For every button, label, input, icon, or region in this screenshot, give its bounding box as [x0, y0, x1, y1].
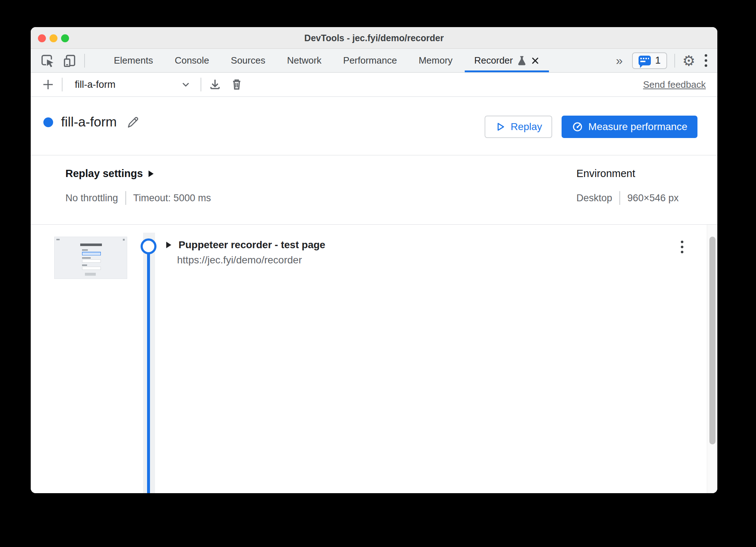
step-navigate-title: Puppeteer recorder - test page [179, 239, 325, 251]
step-navigate-url: https://jec.fyi/demo/recorder [177, 254, 302, 266]
tab-recorder-label: Recorder [474, 55, 513, 66]
timeout-value: Timeout: 5000 ms [133, 193, 211, 204]
disclosure-right-icon [166, 242, 171, 248]
step-navigate-header[interactable]: Puppeteer recorder - test page [166, 239, 325, 251]
throttling-value: No throttling [65, 193, 118, 204]
tab-network[interactable]: Network [276, 49, 332, 72]
toolbar-divider [674, 54, 675, 68]
replay-button-label: Replay [511, 121, 542, 133]
page-thumbnail[interactable] [54, 237, 127, 279]
divider [125, 191, 126, 205]
devtools-tab-strip: Elements Console Sources Network Perform… [31, 49, 717, 73]
step-navigate-menu-icon[interactable] [679, 238, 686, 255]
speedometer-icon [572, 121, 583, 133]
chevron-down-icon [180, 79, 191, 90]
delete-recording-icon[interactable] [229, 77, 245, 92]
tab-console[interactable]: Console [164, 49, 220, 72]
send-feedback-link[interactable]: Send feedback [643, 73, 706, 96]
recording-header: fill-a-form Replay [31, 97, 717, 155]
timeline-navigate-marker [141, 238, 156, 254]
environment-title: Environment [576, 168, 679, 180]
recording-select[interactable]: fill-a-form [68, 76, 195, 94]
replay-settings-section: Replay settings No throttling Timeout: 5… [31, 155, 717, 225]
steps-panel: Puppeteer recorder - test page https://j… [31, 225, 717, 493]
tab-sources[interactable]: Sources [220, 49, 276, 72]
recording-title: fill-a-form [61, 115, 117, 130]
replay-settings-title: Replay settings [65, 168, 143, 180]
tab-performance[interactable]: Performance [332, 49, 408, 72]
toolbar-divider [201, 78, 201, 91]
more-tabs-icon[interactable]: » [614, 53, 625, 68]
measure-performance-label: Measure performance [588, 121, 687, 133]
devtools-menu-icon[interactable] [703, 52, 709, 69]
device-toolbar-icon[interactable] [62, 53, 78, 69]
environment-device: Desktop [576, 193, 612, 204]
toolbar-divider [84, 54, 85, 68]
play-icon [495, 121, 506, 132]
close-recorder-tab-icon[interactable] [531, 56, 540, 65]
tab-recorder[interactable]: Recorder [463, 49, 550, 72]
toolbar-divider [62, 78, 63, 91]
message-bubble-icon [639, 56, 651, 65]
edit-title-pencil-icon[interactable] [125, 114, 141, 130]
recording-status-dot [43, 117, 53, 127]
panel-tabs: Elements Console Sources Network Perform… [103, 49, 550, 72]
timeline-line [147, 247, 150, 493]
replay-settings-toggle[interactable]: Replay settings [65, 168, 211, 180]
divider [619, 191, 620, 205]
measure-performance-button[interactable]: Measure performance [562, 116, 697, 138]
recorder-toolbar: fill-a-form [31, 73, 717, 97]
settings-gear-icon[interactable]: ⚙ [682, 53, 695, 68]
environment-viewport: 960×546 px [627, 193, 679, 204]
inspect-element-icon[interactable] [39, 53, 55, 69]
issues-count: 1 [655, 55, 661, 66]
scrollbar[interactable] [707, 225, 717, 493]
experiment-flask-icon [517, 55, 527, 66]
window-title: DevTools - jec.fyi/demo/recorder [31, 27, 717, 49]
export-recording-icon[interactable] [207, 77, 223, 92]
recording-select-value: fill-a-form [75, 79, 116, 90]
replay-button[interactable]: Replay [485, 116, 552, 138]
issues-counter-button[interactable]: 1 [632, 52, 667, 69]
title-bar: DevTools - jec.fyi/demo/recorder [31, 27, 717, 49]
devtools-window: DevTools - jec.fyi/demo/recorder [31, 27, 717, 493]
scrollbar-thumb[interactable] [709, 237, 716, 444]
disclosure-right-icon [149, 171, 154, 177]
tab-elements[interactable]: Elements [103, 49, 164, 72]
add-recording-icon[interactable] [40, 77, 56, 92]
tab-memory[interactable]: Memory [408, 49, 463, 72]
